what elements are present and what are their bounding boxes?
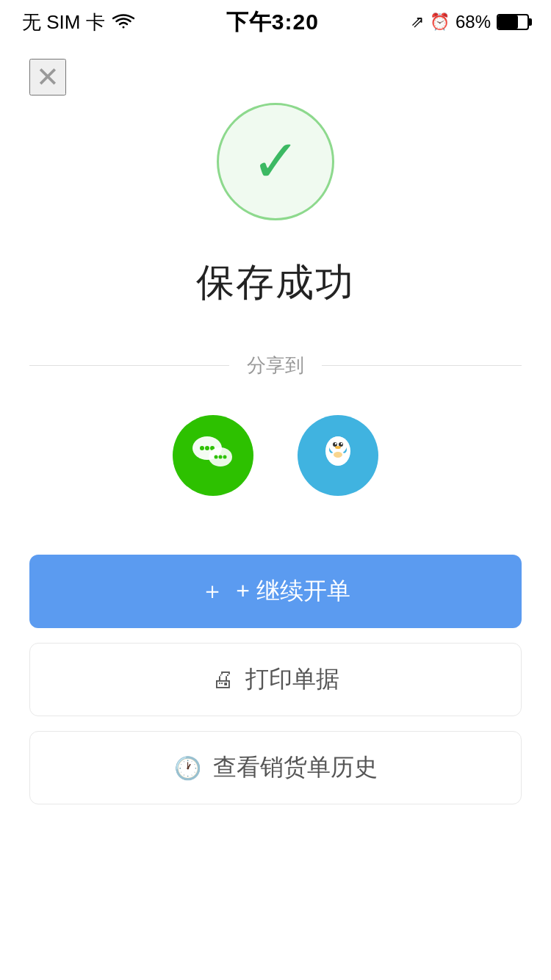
svg-point-18	[329, 456, 335, 461]
history-icon: 🕐	[174, 755, 201, 781]
plus-icon: ＋	[201, 575, 224, 608]
share-label: 分享到	[229, 353, 322, 378]
svg-point-16	[335, 446, 341, 449]
actions-container: ＋ + 继续开单 🖨 打印单据 🕐 查看销货单历史	[0, 555, 551, 804]
location-icon: ⇗	[411, 12, 424, 32]
continue-order-button[interactable]: ＋ + 继续开单	[29, 555, 522, 628]
qq-icon	[316, 429, 360, 482]
svg-point-7	[223, 455, 227, 459]
print-button[interactable]: 🖨 打印单据	[29, 643, 522, 716]
battery-percentage: 68%	[455, 12, 491, 32]
status-bar: 无 SIM 卡 下午3:20 ⇗ ⏰ 68%	[0, 0, 551, 44]
history-label: 查看销货单历史	[213, 752, 378, 784]
svg-point-2	[205, 446, 209, 450]
svg-point-15	[341, 443, 342, 444]
status-left: 无 SIM 卡	[22, 10, 134, 35]
wechat-icon	[191, 432, 235, 479]
main-content: ✓ 保存成功 分享到	[0, 44, 551, 804]
alarm-icon: ⏰	[430, 12, 450, 32]
print-label: 打印单据	[245, 663, 339, 696]
qq-share-button[interactable]	[298, 415, 378, 496]
svg-point-20	[334, 452, 342, 458]
success-title: 保存成功	[196, 257, 355, 309]
divider-right	[322, 365, 522, 366]
checkmark-icon: ✓	[251, 132, 300, 191]
svg-point-1	[200, 446, 204, 450]
close-icon: ✕	[36, 63, 60, 91]
continue-order-label: + 继续开单	[236, 575, 350, 608]
wifi-icon	[112, 14, 134, 30]
svg-point-13	[339, 442, 343, 447]
share-section: 分享到	[0, 353, 551, 378]
svg-point-14	[335, 443, 336, 444]
success-circle: ✓	[217, 103, 334, 220]
svg-point-5	[215, 455, 218, 459]
print-icon: 🖨	[212, 667, 234, 692]
carrier-text: 无 SIM 卡	[22, 10, 105, 35]
wechat-share-button[interactable]	[173, 415, 253, 496]
close-button[interactable]: ✕	[29, 59, 66, 96]
battery-icon	[497, 14, 529, 30]
svg-point-19	[341, 456, 347, 461]
status-time: 下午3:20	[226, 7, 319, 37]
svg-point-12	[333, 442, 337, 447]
history-button[interactable]: 🕐 查看销货单历史	[29, 731, 522, 804]
divider-left	[29, 365, 229, 366]
share-icons-container	[173, 415, 378, 496]
status-right: ⇗ ⏰ 68%	[411, 12, 529, 32]
svg-point-6	[219, 455, 223, 459]
